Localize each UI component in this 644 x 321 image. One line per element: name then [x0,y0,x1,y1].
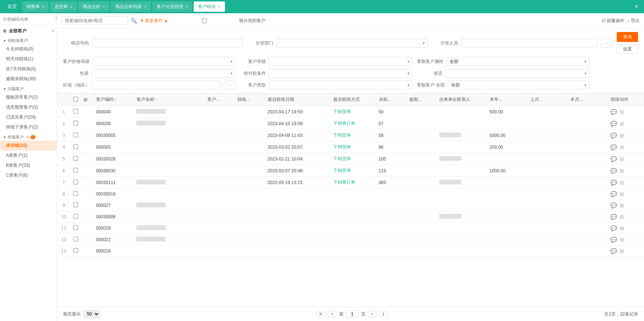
last-way-link[interactable]: 下销货单 [333,168,351,173]
retail-attr-select[interactable]: 全部 [446,57,590,66]
grid-action-icon[interactable]: ⊞ [620,144,624,150]
last-way-link[interactable]: 下销货单 [333,144,351,149]
sidebar-all-customers[interactable]: ⊞ 全部客户 « [0,25,57,36]
group-pending-contact[interactable]: ▼ 待联络客户 [0,36,57,44]
customer-type-select[interactable] [269,81,413,89]
tab-analysis-close[interactable]: × [103,1,105,12]
row-checkbox[interactable] [73,225,78,230]
tab-analysis-list-close[interactable]: × [144,1,146,12]
tab-analysis-list[interactable]: 商品分析列表 × [111,1,151,12]
chat-icon[interactable]: 💬 [610,156,617,162]
row-checkbox[interactable] [73,168,78,173]
group-value-customers[interactable]: ▼ 价值客户 ↻ ! [0,132,57,141]
chat-icon[interactable]: 💬 [610,237,617,243]
tab-customer-contact[interactable]: 客户联络 × [194,1,225,12]
retail-customer-select[interactable]: 全部 [448,81,590,89]
search-input[interactable] [61,16,128,25]
chat-icon[interactable]: 💬 [610,225,617,231]
cell-check[interactable] [70,211,81,223]
sidebar-item-class-b[interactable]: B类客户(33) [0,160,57,170]
sidebar-item-tomorrow[interactable]: 明天待联络(1) [0,54,57,64]
person-input[interactable] [461,39,598,47]
person-dots-button[interactable]: ··· [601,39,612,47]
tab-purchase-close[interactable]: × [70,1,72,12]
last-way-link[interactable]: 下销货单 [333,109,351,114]
export-link[interactable]: ↓ 导出 [627,18,640,24]
dept-select[interactable] [276,39,427,47]
status-select[interactable] [446,69,590,78]
page-number-input[interactable] [346,310,359,318]
home-tab[interactable]: 首页 [3,0,21,13]
tab-customer-contact-close[interactable]: × [218,1,220,12]
sidebar-search-input[interactable] [3,17,54,21]
group-problem-customers[interactable]: ▼ 问题客户 [0,84,57,92]
next-page-button[interactable]: > [368,311,377,317]
prev-page-button[interactable]: < [328,311,337,317]
chat-icon[interactable]: 💬 [610,180,617,186]
search-button[interactable]: 🔍 [131,18,137,24]
chat-icon[interactable]: 💬 [610,121,617,127]
cell-check[interactable] [70,130,81,141]
sidebar-item-class-a[interactable]: A类客户(1) [0,151,57,160]
per-page-select[interactable]: 50 [84,310,100,318]
grid-action-icon[interactable]: ⊞ [620,180,624,186]
sidebar-item-churn-warning[interactable]: 流失预警客户(3) [0,102,57,112]
grid-action-icon[interactable]: ⊞ [620,109,624,115]
grid-action-icon[interactable]: ⊞ [620,214,624,220]
chat-icon[interactable]: 💬 [610,202,617,208]
cell-check[interactable] [70,118,81,130]
sidebar-item-class-c[interactable]: C类客户(6) [0,170,57,180]
row-checkbox[interactable] [73,133,78,137]
cell-check[interactable] [70,141,81,153]
sidebar-item-churned[interactable]: 已流失客户(24) [0,112,57,122]
last-way-link[interactable]: 下销售订单 [333,180,355,185]
chat-icon[interactable]: 💬 [610,109,617,115]
price-level-select[interactable] [92,57,236,66]
last-way-link[interactable]: 下销货单 [333,133,351,138]
pay-terms-select[interactable] [269,69,413,78]
more-conditions-link[interactable]: ▼ 更多条件 ▲ [140,18,168,24]
cell-check[interactable] [70,200,81,211]
row-checkbox[interactable] [73,237,78,241]
settings-gear-icon[interactable]: ⚙ [83,97,88,103]
last-way-link[interactable]: 下销售订单 [333,121,355,126]
row-checkbox[interactable] [73,202,78,207]
tab-customer-segment-close[interactable]: × [186,1,188,12]
row-checkbox[interactable] [73,180,78,184]
cell-check[interactable] [70,177,81,188]
sidebar-item-declining[interactable]: 持续下滑客户(2) [0,122,57,132]
phone-input[interactable] [92,39,243,47]
area-input[interactable] [92,81,221,89]
sidebar-item-today[interactable]: 今天待联络(0) [0,44,57,54]
cell-check[interactable] [70,234,81,246]
grid-action-icon[interactable]: ⊞ [620,121,624,127]
row-checkbox[interactable] [73,191,78,196]
last-page-button[interactable]: 1 [379,311,388,317]
my-customers-checkbox[interactable] [171,18,237,23]
customer-level-select[interactable] [269,57,413,66]
grid-action-icon[interactable]: ⊞ [620,237,624,243]
tab-sales-close[interactable]: × [42,1,44,12]
chat-icon[interactable]: 💬 [610,214,617,220]
first-page-button[interactable]: K [316,311,325,317]
tab-analysis[interactable]: 商品分析 × [78,1,109,12]
row-checkbox[interactable] [73,156,78,161]
grid-action-icon[interactable]: ⊞ [620,202,624,208]
sidebar-item-ungrouped[interactable]: 未分组(32) [0,141,57,151]
row-checkbox[interactable] [73,144,78,149]
grid-action-icon[interactable]: ⊞ [620,168,624,174]
row-checkbox[interactable] [73,214,78,219]
tab-customer-segment[interactable]: 客户分层经营 × [152,1,192,12]
batch-ops-link[interactable]: ☑ 批量操作 [602,18,624,24]
sidebar-item-7days[interactable]: 近7天待联络(0) [0,64,57,74]
grid-action-icon[interactable]: ⊞ [620,248,624,254]
tab-purchase[interactable]: 进货单 × [50,1,77,12]
cell-check[interactable] [70,188,81,200]
row-checkbox[interactable] [73,248,78,253]
row-checkbox[interactable] [73,121,78,126]
chat-icon[interactable]: 💬 [610,248,617,254]
col-header-settings[interactable]: ⚙ [81,94,94,106]
chat-icon[interactable]: 💬 [610,191,617,197]
tab-sales[interactable]: 销售单 × [22,1,49,12]
area-dots-button[interactable]: ··· [224,81,236,89]
